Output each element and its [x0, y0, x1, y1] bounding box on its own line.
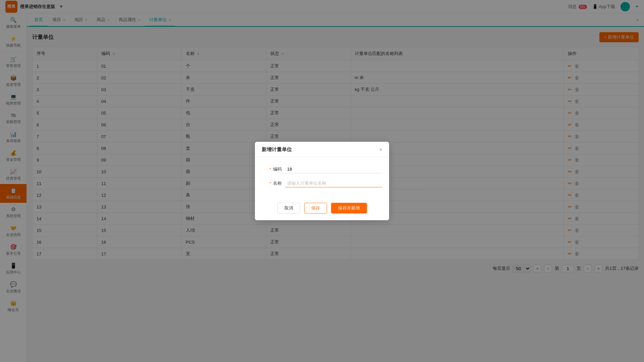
code-input[interactable] [285, 165, 382, 173]
name-label: * 名称 [262, 180, 282, 186]
modal-close-button[interactable]: × [379, 147, 382, 153]
modal-header: 新增计量单位 × [255, 142, 389, 157]
modal-overlay: 新增计量单位 × * 编码 * 名称 [0, 0, 644, 362]
modal-footer: 取消 保存 保存并新增 [255, 199, 389, 220]
app-wrapper: 橙果 橙果进销存生意版 ▼ 消息 99+ 📱 App下载 ▼ 🔍 搜索菜单 ⚡ [0, 0, 644, 362]
modal-body: * 编码 * 名称 [255, 157, 389, 199]
form-row-name: * 名称 [262, 179, 382, 187]
code-required-mark: * [269, 167, 271, 172]
modal-title: 新增计量单位 [262, 146, 292, 153]
code-label: * 编码 [262, 166, 282, 172]
name-input[interactable] [285, 179, 382, 187]
save-button[interactable]: 保存 [304, 203, 327, 214]
name-required-mark: * [269, 181, 271, 186]
form-row-code: * 编码 [262, 165, 382, 173]
cancel-button[interactable]: 取消 [277, 203, 300, 214]
modal-box: 新增计量单位 × * 编码 * 名称 [255, 142, 389, 220]
save-and-new-button[interactable]: 保存并新增 [331, 203, 367, 214]
